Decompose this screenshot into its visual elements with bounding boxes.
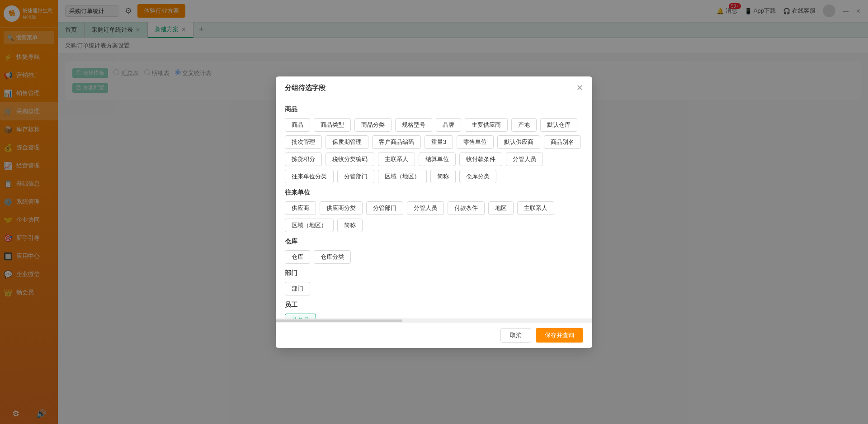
modal-dialog: 分组待选字段 ✕ 商品 商品 商品类型 商品分类 规格型号 品牌 主要供应商 产… — [276, 76, 592, 348]
field-tag[interactable]: 拣货积分 — [285, 152, 322, 166]
section-fields-employee: 业务员 — [285, 314, 583, 319]
field-tag[interactable]: 分管部门 — [337, 170, 374, 183]
section-fields-product: 商品 商品类型 商品分类 规格型号 品牌 主要供应商 产地 默认仓库 批次管理 … — [285, 118, 583, 183]
field-tag[interactable]: 结算单位 — [419, 152, 456, 166]
field-tag[interactable]: 客户商品编码 — [372, 135, 421, 149]
modal-body: 商品 商品 商品类型 商品分类 规格型号 品牌 主要供应商 产地 默认仓库 批次… — [276, 98, 592, 319]
field-tag[interactable]: 仓库分类 — [314, 250, 351, 264]
field-tag[interactable]: 重量3 — [425, 135, 453, 149]
modal-footer: 取消 保存并查询 — [276, 322, 592, 348]
field-tag[interactable]: 付款条件 — [448, 201, 485, 215]
field-tag[interactable]: 保质期管理 — [326, 135, 368, 149]
section-title-product: 商品 — [285, 105, 583, 114]
field-tag[interactable]: 收付款条件 — [459, 152, 502, 166]
field-tag[interactable]: 税收分类编码 — [326, 152, 374, 166]
field-tag[interactable]: 简称 — [337, 219, 363, 232]
field-tag[interactable]: 品牌 — [436, 118, 461, 132]
modal-close-button[interactable]: ✕ — [576, 84, 583, 92]
modal-title: 分组待选字段 — [285, 84, 326, 92]
field-tag[interactable]: 主联系人 — [517, 201, 554, 215]
field-tag[interactable]: 往来单位分类 — [285, 170, 334, 183]
section-fields-warehouse: 仓库 仓库分类 — [285, 250, 583, 264]
field-tag[interactable]: 零售单位 — [457, 135, 494, 149]
modal-confirm-button[interactable]: 保存并查询 — [536, 328, 583, 343]
field-tag[interactable]: 分管部门 — [366, 201, 403, 215]
field-tag[interactable]: 主要供应商 — [465, 118, 508, 132]
section-title-partner: 往来单位 — [285, 189, 583, 197]
field-tag[interactable]: 商品别名 — [544, 135, 581, 149]
modal-hscroll-thumb — [276, 319, 402, 322]
field-tag[interactable]: 分管人员 — [506, 152, 543, 166]
modal-overlay: 分组待选字段 ✕ 商品 商品 商品类型 商品分类 规格型号 品牌 主要供应商 产… — [0, 0, 868, 424]
modal-horizontal-scrollbar[interactable] — [276, 319, 592, 322]
field-tag[interactable]: 规格型号 — [395, 118, 432, 132]
field-tag[interactable]: 主联系人 — [378, 152, 415, 166]
field-tag[interactable]: 区域（地区） — [285, 219, 334, 232]
field-tag[interactable]: 批次管理 — [285, 135, 322, 149]
section-fields-department: 部门 — [285, 282, 583, 295]
field-tag[interactable]: 分管人员 — [407, 201, 444, 215]
section-title-department: 部门 — [285, 269, 583, 277]
section-title-employee: 员工 — [285, 301, 583, 309]
modal-cancel-button[interactable]: 取消 — [500, 328, 531, 343]
field-tag[interactable]: 地区 — [488, 201, 514, 215]
field-tag[interactable]: 默认仓库 — [540, 118, 577, 132]
section-title-warehouse: 仓库 — [285, 238, 583, 246]
field-tag[interactable]: 仓库分类 — [459, 170, 496, 183]
field-tag[interactable]: 默认供应商 — [497, 135, 540, 149]
field-tag[interactable]: 商品 — [285, 118, 310, 132]
field-tag[interactable]: 区域（地区） — [378, 170, 427, 183]
field-tag-employee-selected[interactable]: 业务员 — [285, 314, 316, 319]
field-tag[interactable]: 商品类型 — [314, 118, 351, 132]
field-tag[interactable]: 简称 — [430, 170, 456, 183]
modal-header: 分组待选字段 ✕ — [276, 76, 592, 98]
field-tag[interactable]: 部门 — [285, 282, 310, 295]
section-fields-partner: 供应商 供应商分类 分管部门 分管人员 付款条件 地区 主联系人 区域（地区） … — [285, 201, 583, 232]
field-tag[interactable]: 仓库 — [285, 250, 310, 264]
field-tag[interactable]: 供应商分类 — [320, 201, 363, 215]
field-tag[interactable]: 商品分类 — [354, 118, 392, 132]
field-tag[interactable]: 供应商 — [285, 201, 316, 215]
field-tag[interactable]: 产地 — [511, 118, 537, 132]
